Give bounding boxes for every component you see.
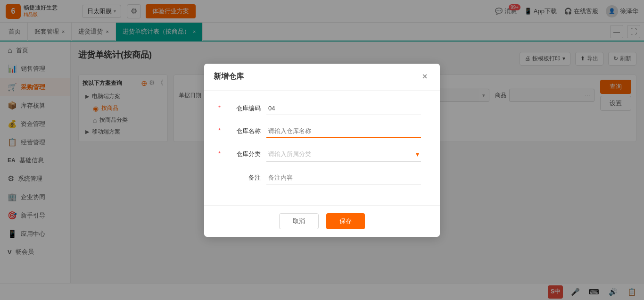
dialog-title: 新增仓库 bbox=[214, 72, 244, 82]
category-placeholder: 请输入所属分类 bbox=[268, 150, 311, 158]
new-warehouse-dialog: 新增仓库 × 仓库编码 仓库名称 仓库分类 请输入所属分类 ▾ bbox=[204, 64, 440, 237]
modal-overlay[interactable]: 新增仓库 × 仓库编码 仓库名称 仓库分类 请输入所属分类 ▾ bbox=[0, 0, 644, 300]
category-dropdown-icon: ▾ bbox=[416, 150, 419, 158]
remark-input[interactable] bbox=[266, 171, 421, 184]
category-label: 仓库分类 bbox=[223, 150, 261, 158]
form-row-name: 仓库名称 bbox=[223, 125, 421, 138]
form-row-code: 仓库编码 bbox=[223, 102, 421, 115]
category-select[interactable]: 请输入所属分类 ▾ bbox=[266, 147, 421, 162]
name-label: 仓库名称 bbox=[223, 127, 261, 135]
form-row-category: 仓库分类 请输入所属分类 ▾ bbox=[223, 147, 421, 162]
name-input[interactable] bbox=[266, 125, 421, 138]
dialog-footer: 取消 保存 bbox=[204, 205, 440, 237]
dialog-close-button[interactable]: × bbox=[419, 71, 430, 83]
form-row-remark: 备注 bbox=[223, 171, 421, 184]
save-button[interactable]: 保存 bbox=[326, 213, 365, 229]
code-input[interactable] bbox=[266, 102, 421, 115]
dialog-body: 仓库编码 仓库名称 仓库分类 请输入所属分类 ▾ 备注 bbox=[204, 91, 440, 205]
remark-label: 备注 bbox=[223, 174, 261, 182]
code-label: 仓库编码 bbox=[223, 104, 261, 113]
dialog-header: 新增仓库 × bbox=[204, 64, 440, 91]
cancel-button[interactable]: 取消 bbox=[279, 213, 319, 229]
